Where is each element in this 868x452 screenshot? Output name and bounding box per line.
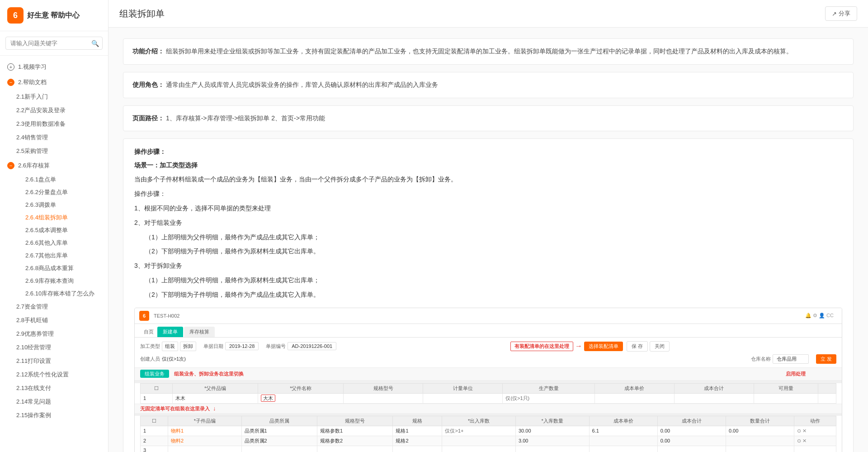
logo-text: 好生意 帮助中心 — [27, 11, 80, 20]
step3-sub2: （2）下部明细为子件明细，最终作为产成品生成其它入库单。 — [145, 290, 842, 300]
sidebar-item-transfer[interactable]: 2.6.3调拨单 — [25, 199, 108, 211]
step3: 3、对于拆卸业务 — [134, 261, 842, 271]
col-unit: 计量单位 — [423, 383, 503, 393]
sidebar-item-finance[interactable]: 2.7资金管理 — [16, 300, 108, 314]
scene-desc: 当由多个子件材料组装成一个成品的业务为【组装】业务，当由一个父件拆分成多个子产品… — [134, 174, 842, 185]
table-row: 1 木木 大木 仅(仅>1只) — [141, 393, 836, 403]
col-spec: 规格型号 — [344, 383, 423, 393]
sim-save-btn[interactable]: 保 存 — [627, 341, 648, 352]
sidebar-item-cost-recalc[interactable]: 2.6.8商品成本重算 — [25, 262, 108, 275]
sidebar-item-new[interactable]: 2.1新手入门 — [16, 90, 108, 104]
sidebar-item-cost-adj[interactable]: 2.6.5成本调整单 — [25, 224, 108, 237]
sim-anno1-label: 有装配清单的在这里处理 — [510, 342, 573, 351]
sidebar-item-data[interactable]: 2.3使用前数据准备 — [16, 117, 108, 131]
path-label: 页面路径： — [132, 114, 164, 122]
sidebar-item-ledger[interactable]: 2.6.9库存账本查询 — [25, 275, 108, 287]
screenshot-container: 6 TEST-H002 🔔 ⚙ 👤 CC 自页 新建单 库存核算 — [134, 308, 842, 452]
sidebar-item-other-in[interactable]: 2.6.6其他入库单 — [25, 237, 108, 249]
step3-sub1: （1）上部明细为父件明细，最终作为原材料生成其它出库单； — [145, 275, 842, 286]
step1: 1、根据不同的业务，选择不同单据的类型来处理 — [134, 203, 842, 214]
sim-row2: 创建人员 仅(仅>1次) 仓库名称 仓库品用 立 发 — [140, 354, 836, 364]
sim-top-table: ☐ *父件品编 *父件名称 规格型号 计量单位 生产数量 成本单价 成本合计 可… — [140, 383, 836, 404]
ops-steps-title: 操作步骤： — [134, 189, 842, 200]
share-button[interactable]: ↗ 分享 — [825, 6, 857, 21]
sim-logo-icon: 6 — [139, 311, 149, 321]
sim-assembly-label-row: 组装业务 组装业务、拆卸业务在这里切换 启用处理 — [135, 368, 842, 381]
sidebar-item-docs[interactable]: − 2.帮助文档 — [0, 75, 108, 90]
sim-assembly-section: 组装业务 — [140, 370, 169, 378]
role-label: 使用角色： — [132, 81, 164, 88]
sim-anno1-area: 有装配清单的在这里处理 → 选择装配清单 保 存 关闭 — [344, 341, 836, 352]
plus-icon: + — [7, 63, 14, 71]
minus-icon-inv: − — [7, 162, 14, 169]
col-cost-total: 成本合计 — [674, 383, 754, 393]
col-available: 可用量 — [754, 383, 818, 393]
sim-nav-label: 自页 — [144, 328, 154, 335]
arrow-icon-right: → — [575, 342, 582, 350]
sidebar-item-batch-check[interactable]: 2.6.2分量盘点单 — [25, 186, 108, 199]
sidebar-item-ledger-fix[interactable]: 2.6.10库存账本错了怎么办 — [25, 287, 108, 300]
logo-area: 6 好生意 帮助中心 — [0, 0, 108, 31]
sim-top-table-wrap: ☐ *父件品编 *父件名称 规格型号 计量单位 生产数量 成本单价 成本合计 可… — [135, 383, 842, 404]
sim-cancel-btn[interactable]: 关闭 — [650, 341, 670, 352]
page-title: 组装拆卸单 — [119, 8, 165, 20]
sidebar-item-pay[interactable]: 2.13在线支付 — [16, 381, 108, 395]
feature-intro-text: 组装拆卸单用来处理企业组装或拆卸等加工业务，支持有固定装配清单的产品加工业务，也… — [166, 48, 793, 55]
sim-confirm-btn[interactable]: 选择装配清单 — [584, 342, 623, 351]
sidebar-item-other-out[interactable]: 2.6.7其他出库单 — [25, 249, 108, 262]
search-input[interactable] — [5, 37, 103, 50]
role-block: 使用角色： 通常由生产人员或库管人员完成拆装业务的操作，库管人员确认原材料的出库… — [123, 72, 854, 98]
sidebar: 6 好生意 帮助中心 🔍 + 1.视频学习 − 2.帮助文档 2.1新手入门 2… — [0, 0, 108, 452]
col-action — [818, 383, 836, 393]
sim-tab-new[interactable]: 新建单 — [157, 327, 183, 337]
path-text: 1、库存核算->库存管理->组装拆卸单 2、首页->常用功能 — [166, 114, 325, 122]
sim-date-field: 单据日期 2019-12-28 — [203, 342, 259, 350]
ops-title: 操作步骤： — [134, 148, 842, 156]
sidebar-item-install[interactable]: 2.2产品安装及登录 — [16, 104, 108, 117]
sim-number-field: 单据编号 AD-20191226-001 — [266, 342, 336, 350]
sidebar-item-custom[interactable]: 2.12系统个性化设置 — [16, 368, 108, 381]
sim-anno4-row: 无固定清单可在组装在这里录入 ↓ — [135, 404, 842, 413]
main-header: 组装拆卸单 ↗ 分享 — [108, 0, 868, 28]
sidebar-item-stock-check[interactable]: 2.6.1盘点单 — [25, 173, 108, 186]
sidebar-item-purchase[interactable]: 2.5采购管理 — [16, 144, 108, 158]
sidebar-item-print[interactable]: 2.11打印设置 — [16, 354, 108, 368]
sidebar-item-assembly[interactable]: 2.6.4组装拆卸单 — [25, 211, 108, 224]
col-parent-name: *父件名称 — [258, 383, 344, 393]
col-check: ☐ — [141, 383, 173, 393]
search-icon[interactable]: 🔍 — [91, 40, 99, 47]
sim-anno4-label: 无固定清单可在组装在这里录入 — [140, 406, 210, 411]
logo-icon: 6 — [7, 7, 24, 24]
sim-icons: 🔔 ⚙ 👤 CC — [805, 313, 834, 319]
sim-anno3-label: 启用处理 — [786, 371, 806, 377]
main-area: 组装拆卸单 ↗ 分享 功能介绍： 组装拆卸单用来处理企业组装或拆卸等加工业务，支… — [108, 0, 868, 452]
sidebar-item-ops[interactable]: 2.10经营管理 — [16, 341, 108, 354]
sim-form-area: 加工类型 组装 拆卸 单据日期 2019-12-28 单据编号 AD-20191… — [135, 338, 842, 368]
feature-intro-block: 功能介绍： 组装拆卸单用来处理企业组装或拆卸等加工业务，支持有固定装配清单的产品… — [123, 38, 854, 65]
sim-enable-btn[interactable]: 立 发 — [816, 354, 836, 364]
sidebar-item-mobile[interactable]: 2.8手机旺铺 — [16, 314, 108, 327]
sidebar-item-coupon[interactable]: 2.9优惠券管理 — [16, 327, 108, 341]
sidebar-item-faq[interactable]: 2.14常见问题 — [16, 395, 108, 409]
role-text: 通常由生产人员或库管人员完成拆装业务的操作，库管人员确认原材料的出库和产成品的入… — [166, 81, 438, 88]
sidebar-item-video[interactable]: + 1.视频学习 — [0, 59, 108, 75]
path-block: 页面路径： 1、库存核算->库存管理->组装拆卸单 2、首页->常用功能 — [123, 105, 854, 132]
sim-tabbar: 自页 新建单 库存核算 — [135, 324, 842, 338]
nav-tree: + 1.视频学习 − 2.帮助文档 2.1新手入门 2.2产品安装及登录 2.3… — [0, 56, 108, 452]
sim-breadcrumb: TEST-H002 — [154, 313, 179, 319]
sim-bottom-table-wrap: ☐ *子件品编 品类所属 规格型号 规格 *出入库数 *入库数量 成本单价 成本… — [135, 416, 842, 452]
inventory-submenu: 2.6.1盘点单 2.6.2分量盘点单 2.6.3调拨单 2.6.4组装拆卸单 … — [16, 173, 108, 300]
scene-title: 场景一：加工类型选择 — [134, 162, 842, 170]
main-content: 功能介绍： 组装拆卸单用来处理企业组装或拆卸等加工业务，支持有固定装配清单的产品… — [108, 28, 868, 452]
sidebar-item-inventory[interactable]: − 2.6库存核算 — [7, 158, 108, 173]
sim-warehouse-field: 仓库名称 仓库品用 — [751, 354, 809, 364]
step2-sub2: （2）下部明细为子件明细，最终作为原材料生成其它出库单。 — [145, 246, 842, 257]
sidebar-item-cases[interactable]: 2.15操作案例 — [16, 409, 108, 422]
docs-submenu: 2.1新手入门 2.2产品安装及登录 2.3使用前数据准备 2.4销售管理 2.… — [0, 90, 108, 422]
feature-intro-label: 功能介绍： — [132, 48, 164, 55]
sidebar-item-sales[interactable]: 2.4销售管理 — [16, 131, 108, 144]
share-icon: ↗ — [832, 10, 837, 17]
col-qty: 生产数量 — [503, 383, 594, 393]
table-row: 2 物料2 品类所属2 规格参数2 规格2 3.00 0.00 — [141, 436, 836, 446]
sim-tab-inventory[interactable]: 库存核算 — [184, 327, 215, 337]
